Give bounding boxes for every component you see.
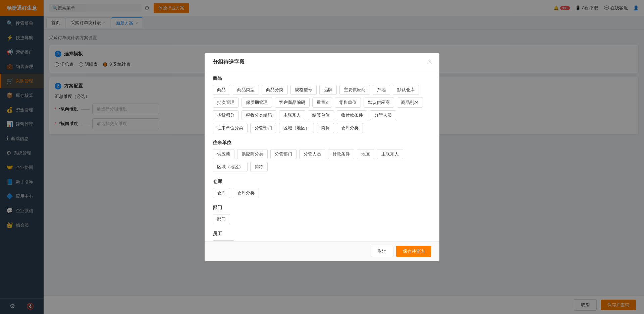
field-tag-0-7[interactable]: 默认仓库 xyxy=(393,85,419,95)
field-tags-0: 商品商品类型商品分类规格型号品牌主要供应商产地默认仓库批次管理保质期管理客户商品… xyxy=(213,85,431,133)
field-group-title-0: 商品 xyxy=(213,75,431,81)
field-tag-1-7[interactable]: 区域（地区） xyxy=(213,162,248,172)
field-tag-0-8[interactable]: 批次管理 xyxy=(213,98,239,108)
field-group-1: 往来单位供应商供应商分类分管部门分管人员付款条件地区主联系人区域（地区）简称 xyxy=(213,140,431,172)
field-tag-0-2[interactable]: 商品分类 xyxy=(262,85,288,95)
field-group-title-1: 往来单位 xyxy=(213,140,431,146)
field-tag-2-1[interactable]: 仓库分类 xyxy=(233,188,259,198)
field-tag-1-8[interactable]: 简称 xyxy=(250,162,268,172)
field-group-0: 商品商品商品类型商品分类规格型号品牌主要供应商产地默认仓库批次管理保质期管理客户… xyxy=(213,75,431,133)
field-tag-0-21[interactable]: 往来单位分类 xyxy=(213,123,248,133)
field-tag-0-5[interactable]: 主要供应商 xyxy=(339,85,370,95)
field-tag-0-13[interactable]: 默认供应商 xyxy=(364,98,394,108)
field-tag-0-24[interactable]: 简称 xyxy=(317,123,334,133)
modal-body: 商品商品商品类型商品分类规格型号品牌主要供应商产地默认仓库批次管理保质期管理客户… xyxy=(205,70,439,241)
field-tag-0-18[interactable]: 结算单位 xyxy=(308,110,334,120)
modal-close-btn[interactable]: × xyxy=(428,59,431,66)
field-tag-1-4[interactable]: 付款条件 xyxy=(328,149,354,159)
field-tag-0-4[interactable]: 品牌 xyxy=(319,85,337,95)
field-tag-0-16[interactable]: 税收分类编码 xyxy=(241,110,276,120)
field-tag-1-6[interactable]: 主联系人 xyxy=(377,149,403,159)
field-tag-0-20[interactable]: 分管人员 xyxy=(370,110,396,120)
modal-overlay: 分组待选字段 × 商品商品商品类型商品分类规格型号品牌主要供应商产地默认仓库批次… xyxy=(0,0,644,314)
field-tag-0-23[interactable]: 区域（地区） xyxy=(279,123,314,133)
field-tag-0-9[interactable]: 保质期管理 xyxy=(241,98,272,108)
modal-title: 分组待选字段 xyxy=(213,59,245,66)
field-tag-1-0[interactable]: 供应商 xyxy=(213,149,234,159)
field-tag-0-14[interactable]: 商品别名 xyxy=(397,98,423,108)
field-group-title-3: 部门 xyxy=(213,205,431,211)
field-tag-0-1[interactable]: 商品类型 xyxy=(233,85,259,95)
field-group-title-2: 仓库 xyxy=(213,179,431,185)
field-tag-1-2[interactable]: 分管部门 xyxy=(270,149,297,159)
field-tag-0-17[interactable]: 主联系人 xyxy=(279,110,305,120)
field-tag-0-0[interactable]: 商品 xyxy=(213,85,230,95)
field-tag-0-11[interactable]: 重量3 xyxy=(312,98,332,108)
modal-footer: 取消 保存并查询 xyxy=(205,241,439,261)
field-group-4: 员工业务员 xyxy=(213,231,431,241)
field-group-2: 仓库仓库仓库分类 xyxy=(213,179,431,198)
field-tag-1-5[interactable]: 地区 xyxy=(357,149,374,159)
field-tag-3-0[interactable]: 部门 xyxy=(213,214,230,224)
field-tags-1: 供应商供应商分类分管部门分管人员付款条件地区主联系人区域（地区）简称 xyxy=(213,149,431,172)
field-tag-0-10[interactable]: 客户商品编码 xyxy=(275,98,310,108)
field-tag-0-12[interactable]: 零售单位 xyxy=(335,98,361,108)
field-tag-0-15[interactable]: 拣货积分 xyxy=(213,110,239,120)
field-tag-1-1[interactable]: 供应商分类 xyxy=(237,149,268,159)
modal-cancel-btn[interactable]: 取消 xyxy=(371,246,393,257)
modal: 分组待选字段 × 商品商品商品类型商品分类规格型号品牌主要供应商产地默认仓库批次… xyxy=(205,53,439,261)
field-tag-0-22[interactable]: 分管部门 xyxy=(250,123,276,133)
field-group-3: 部门部门 xyxy=(213,205,431,224)
modal-header: 分组待选字段 × xyxy=(205,53,439,70)
modal-confirm-btn[interactable]: 保存并查询 xyxy=(396,246,431,257)
field-tag-2-0[interactable]: 仓库 xyxy=(213,188,230,198)
field-tag-1-3[interactable]: 分管人员 xyxy=(299,149,325,159)
field-tag-0-25[interactable]: 仓库分类 xyxy=(337,123,363,133)
field-tag-0-6[interactable]: 产地 xyxy=(373,85,390,95)
field-group-title-4: 员工 xyxy=(213,231,431,237)
field-tags-2: 仓库仓库分类 xyxy=(213,188,431,198)
field-tag-0-19[interactable]: 收付款条件 xyxy=(337,110,367,120)
field-tag-0-3[interactable]: 规格型号 xyxy=(290,85,317,95)
field-tags-3: 部门 xyxy=(213,214,431,224)
